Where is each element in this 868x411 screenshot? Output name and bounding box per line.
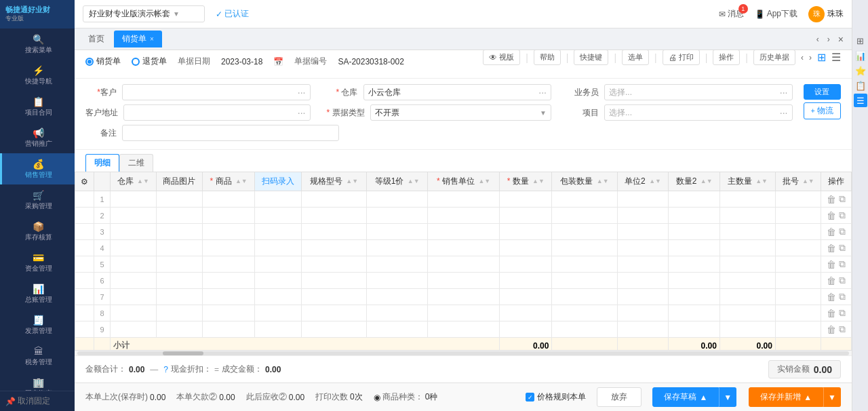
col-product-img[interactable]: 商品图片: [156, 172, 203, 191]
sidebar-item-marketing[interactable]: 📢 营销推广: [0, 122, 75, 153]
row-product-img[interactable]: [156, 191, 203, 208]
project-dots-icon[interactable]: ···: [780, 107, 788, 118]
row-pack-qty[interactable]: [552, 305, 617, 321]
row-batch[interactable]: [775, 191, 821, 208]
right-panel-btn-1[interactable]: ⊞: [854, 34, 867, 47]
row-batch-input[interactable]: [255, 224, 302, 240]
save-new-dropdown-button[interactable]: ▼: [823, 387, 841, 407]
col-batch-input[interactable]: 扫码录入: [255, 172, 302, 191]
tab-prev-icon[interactable]: ‹: [814, 33, 822, 45]
row-delete-icon[interactable]: 🗑: [827, 275, 836, 286]
warehouse-input[interactable]: 小云仓库 ···: [363, 84, 552, 100]
row-warehouse[interactable]: [111, 191, 157, 208]
row-copy-icon[interactable]: ⧉: [839, 226, 846, 237]
row-batch[interactable]: [775, 256, 821, 273]
customer-dots-icon[interactable]: ···: [298, 87, 306, 98]
sidebar-item-invoicing[interactable]: 🧾 发票管理: [0, 309, 75, 340]
save-draft-button[interactable]: 保存草稿 ▲: [652, 387, 719, 407]
row-unit2[interactable]: [617, 224, 669, 240]
toolbar-ops-btn[interactable]: 操作: [713, 50, 740, 65]
row-quantity[interactable]: [500, 321, 552, 338]
horizontal-scrollbar[interactable]: [75, 350, 852, 355]
row-delete-icon[interactable]: 🗑: [827, 292, 836, 302]
row-pack-qty[interactable]: [552, 240, 617, 256]
row-price1[interactable]: [367, 321, 428, 338]
company-selector[interactable]: 好业财专业版演示帐套 ▼: [83, 5, 205, 22]
row-product-img[interactable]: [156, 321, 203, 338]
row-price1[interactable]: [367, 289, 428, 305]
row-quantity[interactable]: [500, 305, 552, 321]
row-copy-icon[interactable]: ⧉: [839, 324, 846, 335]
row-batch[interactable]: [775, 321, 821, 338]
row-spec[interactable]: [301, 256, 366, 273]
row-quantity[interactable]: [500, 289, 552, 305]
row-main-qty[interactable]: [719, 191, 775, 208]
row-unit2[interactable]: [617, 256, 669, 273]
salesperson-input[interactable]: 选择... ···: [604, 84, 793, 100]
row-batch-input[interactable]: [255, 240, 302, 256]
row-product-img[interactable]: [156, 289, 203, 305]
row-qty2[interactable]: [669, 224, 720, 240]
row-qty2[interactable]: [669, 273, 720, 289]
row-product[interactable]: [203, 208, 255, 224]
sidebar-item-sales[interactable]: 💰 销售管理: [0, 153, 75, 184]
row-quantity[interactable]: [500, 191, 552, 208]
row-product[interactable]: [203, 240, 255, 256]
row-main-qty[interactable]: [719, 321, 775, 338]
toolbar-select-btn[interactable]: 选单: [622, 50, 649, 65]
row-sales-unit[interactable]: [428, 208, 500, 224]
row-price1[interactable]: [367, 240, 428, 256]
row-delete-icon[interactable]: 🗑: [827, 227, 836, 237]
tab-close-all-icon[interactable]: ×: [835, 33, 846, 46]
row-delete-icon[interactable]: 🗑: [827, 259, 836, 270]
price-rule-checkbox[interactable]: ✓ 价格规则本单: [526, 391, 586, 403]
row-batch-input[interactable]: [255, 191, 302, 208]
col-warehouse[interactable]: 仓库 ▲▼: [111, 172, 157, 191]
sidebar-bottom[interactable]: 📌 取消固定: [0, 391, 75, 411]
row-sales-unit[interactable]: [428, 289, 500, 305]
row-product[interactable]: [203, 256, 255, 273]
row-product[interactable]: [203, 191, 255, 208]
row-copy-icon[interactable]: ⧉: [839, 210, 846, 221]
toolbar-list-icon[interactable]: ☰: [831, 51, 841, 64]
sidebar-item-accounting[interactable]: 📊 总账管理: [0, 278, 75, 309]
row-warehouse[interactable]: [111, 289, 157, 305]
row-product[interactable]: [203, 289, 255, 305]
sidebar-item-tax[interactable]: 🏛 税务管理: [0, 340, 75, 372]
row-unit2[interactable]: [617, 240, 669, 256]
row-delete-icon[interactable]: 🗑: [827, 210, 836, 221]
toolbar-grid-icon[interactable]: ⊞: [817, 51, 826, 64]
address-dots-icon[interactable]: ···: [298, 107, 306, 118]
col-spec[interactable]: 规格型号 ▲▼: [301, 172, 366, 191]
toolbar-next-icon[interactable]: ›: [809, 53, 812, 62]
row-spec[interactable]: [301, 305, 366, 321]
row-sales-unit[interactable]: [428, 305, 500, 321]
row-batch-input[interactable]: [255, 273, 302, 289]
row-pack-qty[interactable]: [552, 191, 617, 208]
right-panel-btn-3[interactable]: ⭐: [854, 64, 867, 77]
user-menu[interactable]: 珠 珠珠: [808, 6, 844, 22]
row-product[interactable]: [203, 305, 255, 321]
sidebar-item-search[interactable]: 🔍 搜索菜单: [0, 28, 75, 60]
sidebar-item-quick-nav[interactable]: ⚡ 快捷导航: [0, 60, 75, 91]
row-qty2[interactable]: [669, 191, 720, 208]
row-warehouse[interactable]: [111, 208, 157, 224]
row-warehouse[interactable]: [111, 224, 157, 240]
row-warehouse[interactable]: [111, 305, 157, 321]
col-quantity[interactable]: * 数量 ▲▼: [500, 172, 552, 191]
sidebar-item-purchase[interactable]: 🛒 采购管理: [0, 184, 75, 216]
tab-sales-order[interactable]: 销货单 ×: [114, 31, 162, 47]
row-batch[interactable]: [775, 224, 821, 240]
tab-detail[interactable]: 明细: [85, 154, 119, 172]
row-pack-qty[interactable]: [552, 273, 617, 289]
row-spec[interactable]: [301, 191, 366, 208]
row-main-qty[interactable]: [719, 305, 775, 321]
row-warehouse[interactable]: [111, 240, 157, 256]
row-price1[interactable]: [367, 273, 428, 289]
address-input[interactable]: ···: [123, 104, 311, 121]
tab-close-icon[interactable]: ×: [150, 35, 154, 43]
row-product-img[interactable]: [156, 224, 203, 240]
row-warehouse[interactable]: [111, 321, 157, 338]
row-copy-icon[interactable]: ⧉: [839, 275, 846, 286]
row-batch[interactable]: [775, 240, 821, 256]
